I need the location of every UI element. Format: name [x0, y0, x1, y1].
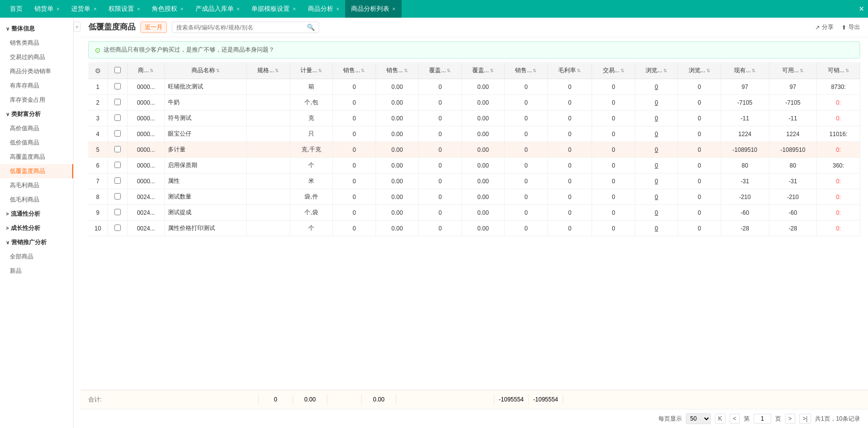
cell-browse1[interactable]: 0 [635, 158, 678, 173]
sidebar-item-高价值商品[interactable]: 高价值商品 [0, 121, 73, 136]
page-size-select[interactable]: 2050100 [686, 413, 711, 424]
cell-checkbox[interactable] [108, 126, 127, 142]
last-page-button[interactable]: >| [799, 414, 811, 424]
row-checkbox[interactable] [114, 162, 121, 168]
sidebar-section-1[interactable]: ∨类财富分析 [0, 107, 73, 121]
row-checkbox[interactable] [114, 146, 121, 152]
cell-checkbox[interactable] [108, 205, 127, 221]
sidebar-item-销售类商品[interactable]: 销售类商品 [0, 36, 73, 50]
nav-item-首页[interactable]: 首页 [4, 0, 28, 18]
nav-close-icon[interactable]: × [56, 6, 59, 12]
sidebar-item-高覆盖度商品[interactable]: 高覆盖度商品 [0, 150, 73, 164]
cell-checkbox[interactable] [108, 189, 127, 205]
sort-icon-trade: ⇅ [621, 68, 624, 73]
cell-browse1[interactable]: 0 [635, 95, 678, 111]
sidebar-item-新品[interactable]: 新品 [0, 264, 73, 278]
col-header-name[interactable]: 商品名称⇅ [164, 62, 246, 79]
search-icon[interactable]: 🔍 [307, 24, 315, 31]
sidebar-item-库存资金占用[interactable]: 库存资金占用 [0, 93, 73, 107]
sidebar-section-0[interactable]: ∨整体信息 [0, 22, 73, 36]
col-header-browse1[interactable]: 浏览...⇅ [635, 62, 678, 79]
col-header-cover2[interactable]: 覆盖...⇅ [461, 62, 505, 79]
cell-browse1[interactable]: 0 [635, 189, 678, 205]
first-page-button[interactable]: K [715, 414, 726, 424]
table-row: 20000...牛奶个,包00.0000.0000000-7105-71050: [88, 95, 860, 111]
col-header-cover1[interactable]: 覆盖...⇅ [419, 62, 462, 79]
row-checkbox[interactable] [114, 225, 121, 231]
sidebar-item-低覆盖度商品[interactable]: 低覆盖度商品 [0, 164, 73, 178]
nav-close-icon[interactable]: × [93, 6, 96, 12]
col-header-sku[interactable]: 商...⇅ [127, 62, 164, 79]
cell-browse1[interactable]: 0 [635, 205, 678, 221]
export-button[interactable]: ⬆ 导出 [841, 23, 860, 31]
nav-item-进货单[interactable]: 进货单× [65, 0, 102, 18]
sidebar-item-低毛利商品[interactable]: 低毛利商品 [0, 193, 73, 207]
col-header-trade[interactable]: 交易...⇅ [592, 62, 635, 79]
page-input[interactable] [754, 414, 771, 424]
col-header-stock2[interactable]: 可用...⇅ [769, 62, 817, 79]
nav-close-icon[interactable]: × [237, 6, 240, 12]
nav-item-商品分析[interactable]: 商品分析× [302, 0, 345, 18]
nav-close-icon[interactable]: × [180, 6, 183, 12]
col-header-browse2[interactable]: 浏览...⇅ [678, 62, 721, 79]
row-checkbox[interactable] [114, 193, 121, 200]
col-header-margin[interactable]: 毛利率⇅ [547, 62, 592, 79]
sidebar-item-低价值商品[interactable]: 低价值商品 [0, 136, 73, 150]
row-checkbox[interactable] [114, 99, 121, 105]
settings-icon[interactable]: ⚙ [95, 67, 101, 75]
nav-close-icon[interactable]: × [293, 6, 296, 12]
sidebar-item-高毛利商品[interactable]: 高毛利商品 [0, 178, 73, 193]
sidebar-item-全部商品[interactable]: 全部商品 [0, 250, 73, 264]
cell-checkbox[interactable] [108, 221, 127, 236]
sidebar-item-商品分类动销率[interactable]: 商品分类动销率 [0, 64, 73, 79]
col-header-sales2[interactable]: 销售...⇅ [376, 62, 419, 79]
row-checkbox[interactable] [114, 209, 121, 215]
nav-item-单据模板设置[interactable]: 单据模板设置× [245, 0, 301, 18]
cell-browse1[interactable]: 0 [635, 142, 678, 158]
col-header-stock1[interactable]: 现有...⇅ [721, 62, 769, 79]
cell-browse1[interactable]: 0 [635, 79, 678, 95]
nav-item-产成品入库单[interactable]: 产成品入库单× [190, 0, 245, 18]
cell-browse1[interactable]: 0 [635, 111, 678, 126]
col-header-saleable[interactable]: 可销...⇅ [817, 62, 860, 79]
nav-item-角色授权[interactable]: 角色授权× [146, 0, 189, 18]
row-checkbox[interactable] [114, 130, 121, 137]
col-header-unit[interactable]: 计量...⇅ [290, 62, 333, 79]
cell-stock2: -11 [769, 111, 817, 126]
prev-page-button[interactable]: < [730, 414, 740, 424]
nav-item-销货单[interactable]: 销货单× [28, 0, 65, 18]
cell-browse1[interactable]: 0 [635, 173, 678, 189]
cell-checkbox[interactable] [108, 95, 127, 111]
nav-item-权限设置[interactable]: 权限设置× [103, 0, 146, 18]
cell-checkbox[interactable] [108, 142, 127, 158]
cell-checkbox[interactable] [108, 173, 127, 189]
col-header-sales1[interactable]: 销售...⇅ [333, 62, 376, 79]
cell-browse1[interactable]: 0 [635, 221, 678, 236]
cell-spec [247, 142, 290, 158]
sidebar-section-3[interactable]: >成长性分析 [0, 221, 73, 235]
col-header-sales3[interactable]: 销售...⇅ [505, 62, 548, 79]
sidebar-collapse-button[interactable]: « [74, 22, 81, 32]
cell-checkbox[interactable] [108, 158, 127, 173]
sidebar-section-4[interactable]: ∨营销推广分析 [0, 235, 73, 250]
sidebar-section-2[interactable]: >流通性分析 [0, 207, 73, 221]
row-checkbox[interactable] [114, 177, 121, 184]
search-input[interactable] [176, 24, 307, 31]
close-all-button[interactable]: × [859, 4, 864, 13]
col-header-spec[interactable]: 规格...⇅ [247, 62, 290, 79]
share-button[interactable]: ↗ 分享 [815, 23, 834, 31]
sidebar-item-交易过的商品[interactable]: 交易过的商品 [0, 50, 73, 64]
row-checkbox[interactable] [114, 83, 121, 89]
cell-browse1[interactable]: 0 [635, 126, 678, 142]
time-filter-button[interactable]: 近一月 [140, 22, 167, 33]
nav-item-商品分析列表[interactable]: 商品分析列表× [345, 0, 401, 18]
select-all-checkbox[interactable] [114, 67, 121, 73]
sidebar-item-有库存商品[interactable]: 有库存商品 [0, 79, 73, 93]
cell-checkbox[interactable] [108, 79, 127, 95]
cell-checkbox[interactable] [108, 111, 127, 126]
nav-close-icon[interactable]: × [392, 6, 395, 12]
row-checkbox[interactable] [114, 114, 121, 121]
nav-close-icon[interactable]: × [336, 6, 339, 12]
nav-close-icon[interactable]: × [137, 6, 140, 12]
next-page-button[interactable]: > [785, 414, 795, 424]
